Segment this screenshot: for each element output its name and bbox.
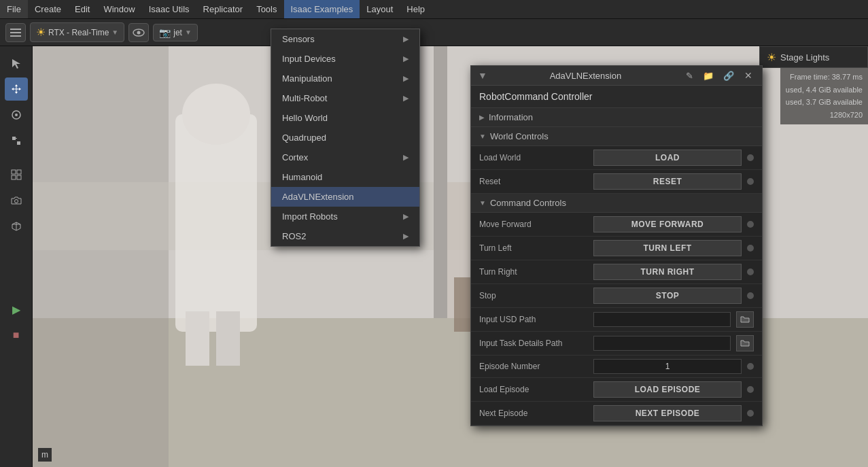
stop-button[interactable]: STOP: [593, 288, 742, 304]
move-forward-label: Move Forward: [479, 220, 588, 229]
sun-icon: ☀: [767, 51, 776, 64]
stop-row: Stop STOP: [471, 284, 762, 308]
reset-row: Reset RESET: [471, 170, 762, 194]
turn-right-label: Turn Right: [479, 267, 588, 277]
input-usd-path-field[interactable]: [593, 312, 731, 327]
move-tool[interactable]: [5, 77, 28, 101]
turn-left-row: Turn Left TURN LEFT: [471, 237, 762, 260]
svg-rect-11: [17, 170, 21, 174]
rotate-tool[interactable]: [5, 103, 28, 126]
menu-file[interactable]: File: [0, 0, 28, 18]
next-episode-button[interactable]: NEXT EPISODE: [593, 405, 742, 421]
rtx-realtime-button[interactable]: ☀ RTX - Real-Time ▼: [30, 22, 124, 42]
turn-right-dot: [747, 269, 754, 275]
camera-tool[interactable]: [5, 189, 28, 212]
menu-quadruped[interactable]: Quadruped: [271, 128, 419, 148]
turn-left-label: Turn Left: [479, 243, 588, 253]
next-episode-dot: [747, 410, 754, 417]
next-episode-label: Next Episode: [479, 409, 588, 418]
menu-input-devices[interactable]: Input Devices ▶: [271, 49, 419, 69]
cpu-info: used, 3.7 GiB available: [786, 96, 863, 109]
episode-number-dot: [747, 363, 754, 370]
toolbar: ☀ RTX - Real-Time ▼ 📷 jet ▼: [0, 19, 868, 46]
episode-number-label: Episode Number: [479, 362, 588, 371]
menu-isaac-examples[interactable]: Isaac Examples: [284, 0, 360, 18]
menu-edit[interactable]: Edit: [68, 0, 97, 18]
panel-close-button[interactable]: ✕: [742, 70, 755, 81]
menu-help[interactable]: Help: [400, 0, 432, 18]
cube-tool[interactable]: [5, 215, 28, 238]
arrow-icon: ▶: [403, 74, 409, 83]
command-controls-section-header[interactable]: ▼ Command Controls: [471, 194, 762, 213]
load-episode-row: Load Episode LOAD EPISODE: [471, 378, 762, 402]
frame-time: Frame time: 38.77 ms: [786, 71, 863, 84]
load-episode-dot: [747, 386, 754, 393]
select-tool[interactable]: [5, 52, 28, 75]
section-triangle-icon: ▼: [479, 199, 486, 207]
panel-link-icon[interactable]: 🔗: [721, 71, 736, 81]
menu-ada-vln-extension[interactable]: AdaVLNExtension: [271, 187, 419, 207]
load-episode-label: Load Episode: [479, 385, 588, 394]
next-episode-row: Next Episode NEXT EPISODE: [471, 402, 762, 426]
panel-edit-icon[interactable]: ✎: [684, 71, 695, 81]
menu-hello-world[interactable]: Hello World: [271, 108, 419, 128]
stop-button[interactable]: ■: [5, 324, 28, 347]
menu-ros2[interactable]: ROS2 ▶: [271, 226, 419, 246]
svg-rect-8: [17, 141, 20, 145]
menu-replicator[interactable]: Replicator: [196, 0, 250, 18]
turn-right-button[interactable]: TURN RIGHT: [593, 264, 742, 280]
panel-triangle-icon: ▼: [478, 70, 487, 81]
panel-folder-icon[interactable]: 📁: [701, 71, 716, 81]
stop-label: Stop: [479, 291, 588, 300]
play-button[interactable]: ▶: [5, 298, 28, 321]
menu-layout[interactable]: Layout: [360, 0, 400, 18]
svg-rect-17: [33, 46, 169, 467]
menu-humanoid[interactable]: Humanoid: [271, 167, 419, 187]
usd-path-folder-button[interactable]: [736, 311, 754, 328]
svg-point-20: [182, 84, 250, 145]
menu-tools[interactable]: Tools: [249, 0, 283, 18]
turn-left-dot: [747, 245, 754, 252]
mode-indicator: m: [38, 448, 52, 462]
menu-multi-robot[interactable]: Multi-Robot ▶: [271, 88, 419, 108]
section-triangle-icon: ▶: [479, 114, 485, 121]
menu-window[interactable]: Window: [97, 0, 141, 18]
reset-label: Reset: [479, 177, 588, 186]
panel-header: ▼ AdaVLNExtension ✎ 📁 🔗 ✕: [471, 66, 762, 86]
camera-button[interactable]: 📷 jet ▼: [153, 24, 198, 41]
world-controls-section-header[interactable]: ▼ World Controls: [471, 127, 762, 146]
arrow-icon: ▶: [403, 212, 409, 221]
scale-tool[interactable]: [5, 129, 28, 152]
turn-right-row: Turn Right TURN RIGHT: [471, 260, 762, 284]
svg-point-14: [14, 200, 18, 203]
arrow-icon: ▶: [403, 54, 409, 63]
episode-number-field[interactable]: [593, 359, 742, 374]
svg-rect-10: [12, 170, 16, 174]
menu-cortex[interactable]: Cortex ▶: [271, 148, 419, 167]
arrow-icon: ▶: [403, 35, 409, 44]
eye-button[interactable]: [128, 23, 149, 42]
menu-import-robots[interactable]: Import Robots ▶: [271, 207, 419, 226]
menu-manipulation[interactable]: Manipulation ▶: [271, 69, 419, 88]
input-task-details-path-field[interactable]: [593, 336, 731, 351]
input-usd-path-label: Input USD Path: [479, 315, 588, 324]
left-toolbar: ▶ ■: [0, 46, 33, 467]
arrow-icon: ▶: [403, 153, 409, 162]
menu-create[interactable]: Create: [28, 0, 68, 18]
input-usd-path-row: Input USD Path: [471, 308, 762, 332]
information-section-header[interactable]: ▶ Information: [471, 108, 762, 127]
task-details-path-folder-button[interactable]: [736, 335, 754, 351]
hamburger-button[interactable]: [5, 23, 26, 42]
stage-lights-button[interactable]: ☀ Stage Lights: [759, 46, 868, 68]
turn-left-button[interactable]: TURN LEFT: [593, 240, 742, 256]
world-controls-label: World Controls: [490, 131, 549, 141]
input-task-details-path-row: Input Task Details Path: [471, 332, 762, 356]
svg-rect-1: [10, 32, 21, 33]
reset-button[interactable]: RESET: [593, 173, 742, 190]
menu-sensors[interactable]: Sensors ▶: [271, 29, 419, 49]
load-episode-button[interactable]: LOAD EPISODE: [593, 381, 742, 398]
grid-tool[interactable]: [5, 163, 28, 186]
move-forward-button[interactable]: MOVE FORWARD: [593, 216, 742, 232]
load-world-button[interactable]: LOAD: [593, 150, 742, 166]
menu-isaac-utils[interactable]: Isaac Utils: [142, 0, 196, 18]
